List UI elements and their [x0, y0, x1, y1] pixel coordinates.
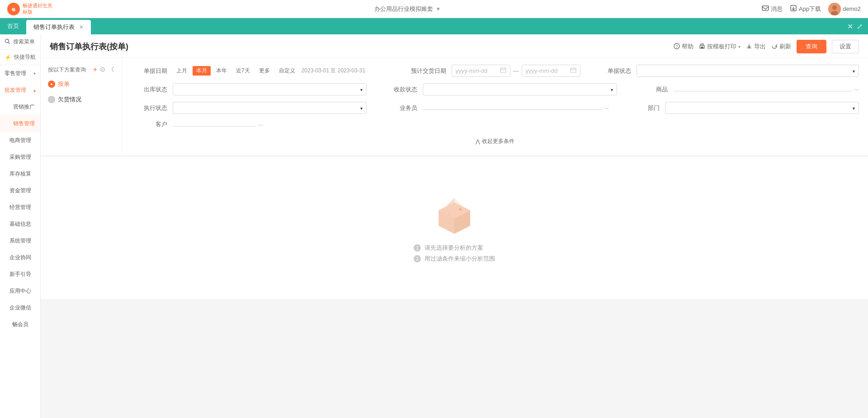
exec-status-select[interactable]: [173, 102, 367, 114]
goods-more-btn[interactable]: ···: [854, 86, 859, 93]
customer-label: 客户: [131, 120, 167, 128]
industry-arrow-icon[interactable]: ▾: [437, 5, 440, 12]
tab-close-window-btn[interactable]: ✕: [847, 22, 853, 31]
svg-text:✦: ✦: [458, 206, 462, 213]
tip-text-1: 请先选择要分析的方案: [425, 244, 483, 252]
query-btn[interactable]: 查询: [797, 40, 826, 53]
sidebar-item-wholesale[interactable]: 批发管理 ▴: [0, 82, 40, 99]
svg-rect-14: [571, 68, 576, 73]
app-download-btn[interactable]: App下载: [790, 5, 821, 13]
svg-point-7: [5, 39, 9, 43]
sidebar-item-wechat[interactable]: 企业微信: [0, 299, 40, 316]
salesman-more-btn[interactable]: ···: [604, 104, 609, 111]
scheme-item-by-order[interactable]: ● 按单: [41, 76, 122, 92]
sidebar-search[interactable]: 搜索菜单: [0, 34, 40, 50]
customer-more-btn[interactable]: ···: [258, 121, 263, 128]
goods-input[interactable]: [673, 87, 852, 91]
sidebar-sales-label: 销售管理: [13, 120, 35, 128]
scheme-by-order-icon: ●: [48, 81, 55, 88]
delivery-date-end-input[interactable]: yyyy-mm-dd: [522, 65, 580, 77]
filter-scheme-list: 按以下方案查询 + ⊙ 《 ● 按单 ○ 欠货情况: [41, 57, 122, 155]
help-icon: ?: [674, 43, 680, 51]
tab-home[interactable]: 首页: [0, 18, 26, 34]
out-status-label: 出库状态: [131, 86, 167, 94]
sidebar-item-member[interactable]: 畅会员: [0, 316, 40, 333]
header-right: 消息 App下载 demo2: [762, 3, 861, 15]
delivery-date-start-input[interactable]: yyyy-mm-dd: [452, 65, 510, 77]
export-icon: [746, 43, 752, 51]
chevron-wholesale-icon: ▴: [33, 88, 36, 93]
sidebar-member-label: 畅会员: [12, 321, 28, 328]
sidebar-item-appstore[interactable]: 应用中心: [0, 283, 40, 299]
sidebar-quick-nav[interactable]: ⚡ 快捷导航: [0, 50, 40, 65]
customer-control: ···: [173, 121, 263, 128]
tip-text-2: 用过滤条件来缩小分析范围: [425, 255, 495, 263]
tab-sales-exec-label: 销售订单执行表: [33, 23, 75, 31]
scheme-collapse-btn[interactable]: 《: [108, 66, 114, 74]
sidebar-item-purchase[interactable]: 采购管理: [0, 149, 40, 166]
sidebar-wechat-label: 企业微信: [9, 304, 31, 312]
scheme-overdue-icon: ○: [48, 96, 55, 103]
scheme-item-overdue[interactable]: ○ 欠货情况: [41, 92, 122, 107]
sidebar-marketing-label: 营销推广: [13, 103, 35, 111]
delivery-date-start-placeholder: yyyy-mm-dd: [456, 67, 488, 74]
tab-maximize-btn[interactable]: ⤢: [857, 22, 863, 31]
sidebar-item-retail[interactable]: 零售管理 ▾: [0, 65, 40, 82]
help-btn[interactable]: ? 帮助: [674, 43, 693, 51]
date-tab-7days[interactable]: 近7天: [232, 66, 254, 76]
template-print-arrow[interactable]: ▾: [738, 44, 741, 49]
user-area[interactable]: demo2: [828, 3, 861, 15]
out-status-select[interactable]: [173, 83, 367, 95]
svg-text:✦: ✦: [448, 213, 451, 217]
refresh-btn[interactable]: 刷新: [771, 43, 791, 51]
sidebar-item-sales[interactable]: 销售管理: [0, 115, 40, 132]
bill-date-control: 上月 本月 本年 近7天 更多 自定义 2023-03-01 至 2023-03…: [173, 66, 396, 76]
sidebar: 搜索菜单 ⚡ 快捷导航 零售管理 ▾ 批发管理 ▴ 营销推广 销售管理 电商管理…: [0, 34, 41, 418]
sidebar-item-basic[interactable]: 基础信息: [0, 216, 40, 233]
date-tab-last-month[interactable]: 上月: [173, 66, 191, 76]
date-tab-more[interactable]: 更多: [255, 66, 274, 76]
sidebar-item-enterprise[interactable]: 企业协同: [0, 249, 40, 266]
sidebar-item-newbie[interactable]: 新手引导: [0, 266, 40, 283]
scheme-add-btn[interactable]: +: [93, 66, 97, 74]
sidebar-item-inventory[interactable]: 库存核算: [0, 166, 40, 182]
scheme-edit-btn[interactable]: ⊙: [100, 66, 105, 74]
header-center[interactable]: 办公用品行业模拟账套 ▾: [374, 5, 440, 13]
sidebar-item-system[interactable]: 系统管理: [0, 233, 40, 249]
tab-close-icon[interactable]: ✕: [79, 24, 84, 30]
bill-status-select[interactable]: [637, 65, 859, 77]
date-separator: —: [513, 67, 519, 74]
header-left: 畅 畅捷通好生意 标版: [7, 3, 52, 15]
date-tabs: 上月 本月 本年 近7天 更多 自定义: [173, 66, 299, 76]
collapse-icon: ⋀: [476, 138, 480, 145]
date-tab-this-month[interactable]: 本月: [193, 66, 211, 76]
sidebar-item-marketing[interactable]: 营销推广: [0, 99, 40, 115]
date-tab-custom[interactable]: 自定义: [275, 66, 299, 76]
exec-status-label: 执行状态: [131, 104, 167, 112]
customer-input[interactable]: [173, 123, 256, 127]
scheme-overdue-label: 欠货情况: [58, 95, 81, 104]
salesman-input[interactable]: [423, 106, 602, 110]
sidebar-item-ecommerce[interactable]: 电商管理: [0, 132, 40, 149]
tab-sales-exec[interactable]: 销售订单执行表 ✕: [26, 20, 91, 34]
collapse-btn[interactable]: ⋀ 收起更多条件: [131, 135, 859, 148]
print-icon: [699, 43, 705, 51]
receive-status-select[interactable]: [423, 83, 617, 95]
calendar-start-icon[interactable]: [500, 67, 506, 75]
department-select[interactable]: [665, 102, 859, 114]
bill-date-range: 2023-03-01 至 2023-03-31: [302, 67, 365, 75]
collapse-label: 收起更多条件: [482, 138, 514, 145]
main-layout: 搜索菜单 ⚡ 快捷导航 零售管理 ▾ 批发管理 ▴ 营销推广 销售管理 电商管理…: [0, 34, 868, 418]
export-btn[interactable]: 导出: [746, 43, 766, 51]
calendar-end-icon[interactable]: [570, 67, 576, 75]
date-tab-this-year[interactable]: 本年: [212, 66, 231, 76]
search-icon: [5, 38, 10, 46]
department-arrow: [853, 104, 855, 111]
refresh-label: 刷新: [779, 43, 791, 51]
template-print-btn[interactable]: 按模板打印 ▾: [699, 43, 741, 51]
sidebar-item-finance[interactable]: 资金管理: [0, 182, 40, 199]
settings-btn[interactable]: 设置: [832, 40, 859, 53]
sidebar-item-operations[interactable]: 经营管理: [0, 199, 40, 216]
sidebar-purchase-label: 采购管理: [9, 153, 31, 161]
message-btn[interactable]: 消息: [762, 5, 783, 13]
